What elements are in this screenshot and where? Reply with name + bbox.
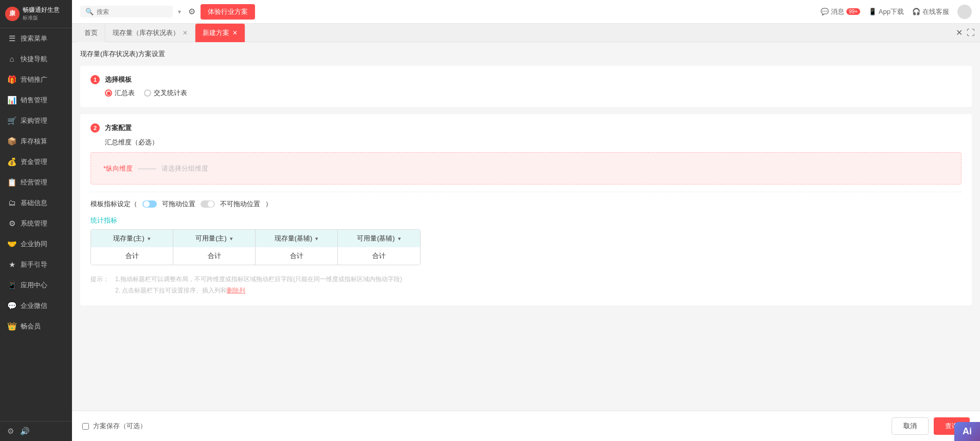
- indicator-draggable-label: 可拖动位置: [162, 199, 195, 209]
- stats-col-available-aux-dropdown[interactable]: ▾: [398, 235, 401, 242]
- sidebar-item-label: 企业微信: [21, 301, 47, 310]
- msg-label: 消息: [831, 7, 844, 16]
- template-radio-group: 汇总表 交叉统计表: [105, 88, 961, 98]
- ai-fab-button[interactable]: Ai: [954, 422, 980, 441]
- basic-info-icon: 🗂: [7, 198, 16, 208]
- sidebar-item-operation[interactable]: 📋 经营管理: [0, 172, 72, 193]
- cancel-button[interactable]: 取消: [892, 417, 929, 435]
- save-scheme-checkbox[interactable]: [82, 423, 89, 430]
- sidebar-bottom: ⚙ 🔊: [0, 421, 72, 441]
- app-version: 标准版: [23, 14, 60, 22]
- sidebar-item-label: 采购管理: [21, 116, 47, 125]
- stats-col-available-aux-label: 可用量(基辅): [357, 234, 395, 243]
- sidebar-item-app-center[interactable]: 📱 应用中心: [0, 275, 72, 296]
- save-scheme-label: 方案保存（可选）: [93, 421, 147, 431]
- inventory-icon: 📦: [7, 137, 16, 146]
- sidebar-nav: ☰ 搜索菜单 ⌂ 快捷导航 🎁 营销推广 📊 销售管理 🛒 采购管理 📦 库存核…: [0, 28, 72, 421]
- tab-inventory-status-close[interactable]: ✕: [183, 29, 188, 36]
- stats-col-current-aux-label: 现存量(基辅): [275, 234, 313, 243]
- page-title: 现存量(库存状况表)方案设置: [80, 49, 972, 59]
- topbar-search-box[interactable]: 🔍: [80, 6, 173, 17]
- sidebar-item-sales[interactable]: 📊 销售管理: [0, 90, 72, 111]
- purchase-icon: 🛒: [7, 116, 16, 125]
- tab-new-scheme[interactable]: 新建方案 ✕: [195, 24, 245, 42]
- tab-home[interactable]: 首页: [77, 24, 105, 42]
- sidebar-item-new-guide[interactable]: ★ 新手引导: [0, 254, 72, 275]
- indicator-not-draggable-label: 不可拖动位置: [220, 199, 260, 209]
- stats-col-current-main[interactable]: 现存量(主) ▾: [91, 230, 173, 247]
- stats-col-available-main[interactable]: 可用量(主) ▾: [173, 230, 256, 247]
- stats-body-available-main: 合计: [173, 247, 256, 265]
- step2-header: 2 方案配置: [90, 123, 961, 133]
- radio-summary[interactable]: 汇总表: [105, 88, 135, 98]
- logo-icon: 康: [5, 7, 20, 21]
- delete-column-link[interactable]: 删除列: [227, 287, 245, 294]
- sidebar-item-inventory[interactable]: 📦 库存核算: [0, 131, 72, 152]
- speaker-icon[interactable]: 🔊: [20, 427, 30, 436]
- topbar-dropdown-icon[interactable]: ▾: [178, 8, 181, 15]
- step1-header: 1 选择模板: [90, 75, 961, 84]
- msg-badge: 99+: [846, 8, 860, 15]
- sidebar-item-purchase[interactable]: 🛒 采购管理: [0, 111, 72, 131]
- indicator-not-draggable-toggle[interactable]: [201, 200, 215, 208]
- sidebar-item-label: 搜索菜单: [21, 34, 47, 43]
- stats-col-available-main-dropdown[interactable]: ▾: [230, 235, 233, 242]
- tab-new-scheme-close[interactable]: ✕: [232, 29, 238, 36]
- sidebar-item-search-menu[interactable]: ☰ 搜索菜单: [0, 28, 72, 49]
- topbar-settings-icon[interactable]: ⚙: [188, 7, 195, 16]
- dimension-area[interactable]: *纵向维度 —— 请选择分组维度: [90, 152, 961, 185]
- footer: 方案保存（可选） 取消 查询: [72, 411, 980, 441]
- search-icon: 🔍: [85, 8, 94, 15]
- tab-close-icon[interactable]: ✕: [956, 28, 963, 38]
- stats-section: 统计指标 现存量(主) ▾ 可用量(主) ▾ 现存量(基辅): [90, 216, 961, 267]
- quick-nav-icon: ⌂: [7, 54, 16, 64]
- wechat-icon: 💬: [7, 301, 16, 310]
- stats-col-current-main-dropdown[interactable]: ▾: [148, 235, 151, 242]
- marketing-icon: 🎁: [7, 75, 16, 84]
- experience-btn[interactable]: 体验行业方案: [201, 4, 255, 20]
- radio-cross[interactable]: 交叉统计表: [144, 88, 187, 98]
- user-avatar[interactable]: [957, 5, 972, 19]
- sidebar-item-basic-info[interactable]: 🗂 基础信息: [0, 193, 72, 213]
- tabbar-controls: ✕ ⛶: [956, 28, 980, 38]
- stats-body-current-main: 合计: [91, 247, 173, 265]
- sidebar-item-label: 应用中心: [21, 281, 47, 290]
- vip-icon: 👑: [7, 322, 16, 331]
- sidebar-item-enterprise[interactable]: 🤝 企业协同: [0, 234, 72, 254]
- sidebar-item-finance[interactable]: 💰 资金管理: [0, 152, 72, 172]
- sidebar-item-vip[interactable]: 👑 畅会员: [0, 316, 72, 337]
- tab-expand-icon[interactable]: ⛶: [967, 28, 975, 38]
- settings-icon[interactable]: ⚙: [7, 427, 14, 436]
- stats-col-available-aux[interactable]: 可用量(基辅) ▾: [338, 230, 420, 247]
- tab-inventory-status-label: 现存量（库存状况表）: [113, 28, 179, 38]
- sidebar-item-marketing[interactable]: 🎁 营销推广: [0, 69, 72, 90]
- indicator-draggable-toggle[interactable]: [142, 200, 157, 208]
- tab-inventory-status[interactable]: 现存量（库存状况表） ✕: [105, 24, 195, 42]
- app-download-label: App下载: [879, 7, 904, 16]
- stats-header-row: 现存量(主) ▾ 可用量(主) ▾ 现存量(基辅) ▾ 可用量(基辅): [91, 230, 420, 247]
- app-download-item[interactable]: 📱 App下载: [868, 7, 904, 16]
- stats-col-current-aux-dropdown[interactable]: ▾: [315, 235, 318, 242]
- sidebar-item-wechat[interactable]: 💬 企业微信: [0, 296, 72, 316]
- msg-item[interactable]: 💬 消息 99+: [821, 7, 860, 16]
- step2-badge: 2: [90, 123, 100, 133]
- sidebar-item-quick-nav[interactable]: ⌂ 快捷导航: [0, 49, 72, 69]
- online-service-item[interactable]: 🎧 在线客服: [912, 7, 949, 16]
- stats-body-available-aux-value: 合计: [372, 251, 386, 261]
- indicator-settings-label: 模板指标设定（: [90, 199, 137, 209]
- radio-cross-circle: [144, 89, 151, 97]
- indicator-settings-end: ）: [265, 199, 272, 209]
- topbar-right: 💬 消息 99+ 📱 App下载 🎧 在线客服: [821, 5, 972, 19]
- stats-body-row: 合计 合计 合计 合计: [91, 247, 420, 265]
- stats-body-current-aux-value: 合计: [290, 251, 303, 261]
- online-service-label: 在线客服: [922, 7, 949, 16]
- sidebar-item-system[interactable]: ⚙ 系统管理: [0, 213, 72, 234]
- search-input[interactable]: [97, 8, 158, 15]
- stats-body-current-aux: 合计: [256, 247, 338, 265]
- stats-body-current-main-value: 合计: [125, 251, 139, 261]
- tip-2: 2. 点击标题栏下拉可设置排序、插入列和删除列: [90, 285, 961, 297]
- sidebar-item-label: 新手引导: [21, 260, 47, 269]
- step2-card: 2 方案配置 汇总维度（必选） *纵向维度 —— 请选择分组维度 模板指标设定（…: [80, 114, 972, 305]
- stats-col-current-aux[interactable]: 现存量(基辅) ▾: [256, 230, 338, 247]
- sidebar-item-label: 系统管理: [21, 219, 47, 228]
